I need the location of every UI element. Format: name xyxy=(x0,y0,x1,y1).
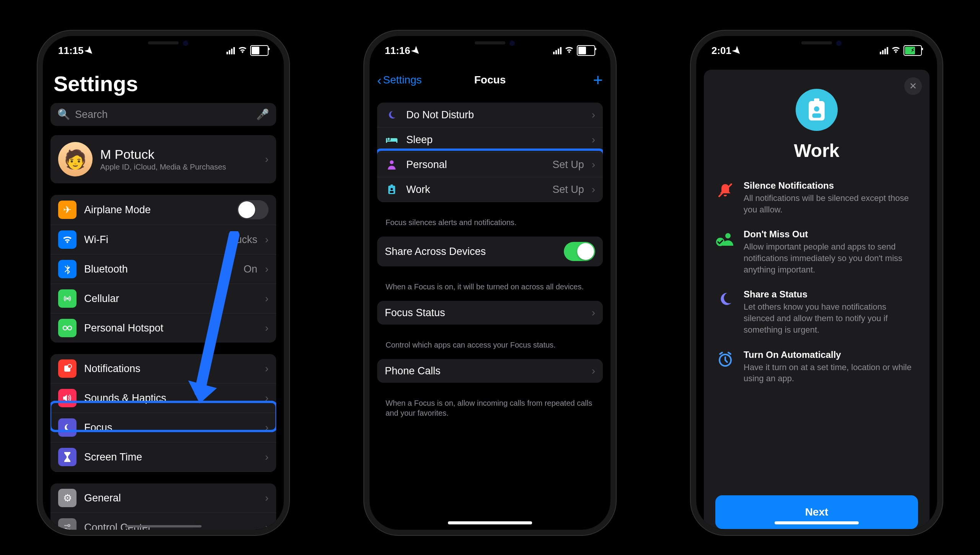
home-indicator[interactable] xyxy=(775,521,859,524)
battery-icon xyxy=(577,45,595,56)
wifi-icon xyxy=(891,46,900,56)
status-footer: Control which apps can access your Focus… xyxy=(377,336,603,359)
svg-point-5 xyxy=(68,525,70,527)
row-hotspot[interactable]: Personal Hotspot › xyxy=(50,313,276,343)
svg-rect-17 xyxy=(814,98,819,103)
svg-point-14 xyxy=(391,188,393,190)
work-onboarding-modal: ✕ Work Silence Notifications All notific… xyxy=(704,70,930,530)
phone-focus-list: 11:16 ➤ ‹ Settings Focus + Do Not Distur… xyxy=(364,31,616,535)
chevron-icon: › xyxy=(265,263,269,275)
row-bluetooth[interactable]: Bluetooth On › xyxy=(50,255,276,284)
svg-point-6 xyxy=(65,529,67,530)
status-time: 11:15 xyxy=(58,45,84,57)
control-center-icon xyxy=(58,518,77,530)
battery-charging-icon: ⚡︎ xyxy=(903,45,922,56)
signal-icon xyxy=(226,47,235,54)
avatar: 🧑 xyxy=(58,142,93,176)
airplane-icon: ✈︎ xyxy=(58,201,77,219)
chevron-icon: › xyxy=(592,365,595,377)
row-cellular[interactable]: Cellular › xyxy=(50,284,276,313)
mic-icon[interactable]: 🎤 xyxy=(256,108,269,121)
svg-point-18 xyxy=(814,106,819,112)
wifi-icon xyxy=(238,46,247,56)
hotspot-icon xyxy=(58,319,77,337)
row-sleep[interactable]: Sleep › xyxy=(377,127,603,152)
svg-point-1 xyxy=(63,326,67,330)
chevron-icon: › xyxy=(592,307,595,319)
signal-icon xyxy=(553,47,562,54)
share-toggle[interactable] xyxy=(564,242,595,261)
share-footer: When a Focus is on, it will be turned on… xyxy=(377,278,603,301)
work-hero-icon xyxy=(796,89,838,131)
svg-rect-13 xyxy=(391,184,393,186)
location-icon: ➤ xyxy=(730,43,744,57)
screentime-icon xyxy=(58,448,77,466)
hero-title: Work xyxy=(715,140,918,161)
row-airplane-mode[interactable]: ✈︎ Airplane Mode xyxy=(50,195,276,225)
svg-point-10 xyxy=(387,138,390,140)
add-button[interactable]: + xyxy=(593,70,603,90)
row-personal[interactable]: Personal Set Up › xyxy=(377,152,603,177)
svg-rect-15 xyxy=(390,191,394,193)
row-general[interactable]: ⚙︎ General › xyxy=(50,483,276,513)
page-title: Settings xyxy=(50,71,276,96)
chevron-icon: › xyxy=(265,233,269,246)
close-button[interactable]: ✕ xyxy=(904,77,922,95)
chevron-icon: › xyxy=(592,158,595,171)
row-notifications[interactable]: Notifications › xyxy=(50,354,276,384)
chevron-icon: › xyxy=(265,492,269,504)
svg-rect-8 xyxy=(386,138,387,143)
profile-name: M Potuck xyxy=(100,147,257,162)
location-icon: ➤ xyxy=(82,43,96,57)
home-indicator[interactable] xyxy=(448,521,532,524)
chevron-icon: › xyxy=(592,109,595,121)
chevron-icon: › xyxy=(265,421,269,434)
row-dnd[interactable]: Do Not Disturb › xyxy=(377,103,603,127)
profile-row[interactable]: 🧑 M Potuck Apple ID, iCloud, Media & Pur… xyxy=(50,135,276,183)
checkmark-people-icon xyxy=(715,229,735,249)
back-button[interactable]: ‹ Settings xyxy=(377,73,422,88)
row-screen-time[interactable]: Screen Time › xyxy=(50,442,276,472)
status-time: 11:16 xyxy=(385,45,410,57)
bell-slash-icon xyxy=(715,180,735,200)
feature-automatic: Turn On Automatically Have it turn on at… xyxy=(715,349,918,384)
chevron-icon: › xyxy=(265,451,269,463)
profile-sub: Apple ID, iCloud, Media & Purchases xyxy=(100,163,257,171)
phone-settings-main: 11:15 ➤ Settings 🔍 Search 🎤 🧑 M Potuc xyxy=(37,31,289,535)
bluetooth-icon xyxy=(58,260,77,278)
status-time: 2:01 xyxy=(711,45,731,57)
chevron-icon: › xyxy=(265,292,269,305)
alarm-clock-icon xyxy=(715,349,735,369)
row-wifi[interactable]: Wi-Fi Tucks › xyxy=(50,225,276,255)
row-share-devices[interactable]: Share Across Devices xyxy=(377,237,603,266)
row-sounds[interactable]: Sounds & Haptics › xyxy=(50,384,276,413)
svg-rect-19 xyxy=(812,113,821,118)
sounds-icon xyxy=(58,389,77,407)
search-input[interactable]: 🔍 Search 🎤 xyxy=(50,103,276,126)
wifi-row-icon xyxy=(58,230,77,249)
calls-footer: When a Focus is on, allow incoming calls… xyxy=(377,394,603,427)
svg-point-2 xyxy=(68,326,72,330)
chevron-icon: › xyxy=(265,521,269,530)
row-phone-calls[interactable]: Phone Calls › xyxy=(377,359,603,383)
bed-icon xyxy=(385,133,399,147)
row-focus-status[interactable]: Focus Status › xyxy=(377,301,603,325)
cellular-icon xyxy=(58,289,77,308)
feature-share-status: Share a Status Let others know you have … xyxy=(715,289,918,335)
row-focus[interactable]: Focus › xyxy=(50,413,276,442)
moon-icon xyxy=(385,108,399,122)
svg-point-0 xyxy=(67,298,68,300)
airplane-toggle[interactable] xyxy=(237,200,269,219)
signal-icon xyxy=(880,47,888,54)
feature-dont-miss: Don't Miss Out Allow important people an… xyxy=(715,229,918,275)
feature-silence: Silence Notifications All notifications … xyxy=(715,180,918,215)
svg-point-11 xyxy=(390,160,394,164)
search-placeholder: Search xyxy=(75,109,252,121)
badge-icon xyxy=(385,183,399,196)
battery-icon xyxy=(250,45,269,56)
notifications-icon xyxy=(58,359,77,378)
chevron-icon: › xyxy=(265,362,269,375)
phone-work-setup: 2:01 ➤ ⚡︎ ✕ Work Silence Notifications A… xyxy=(691,31,943,535)
row-work[interactable]: Work Set Up › xyxy=(377,177,603,202)
search-icon: 🔍 xyxy=(57,108,70,121)
